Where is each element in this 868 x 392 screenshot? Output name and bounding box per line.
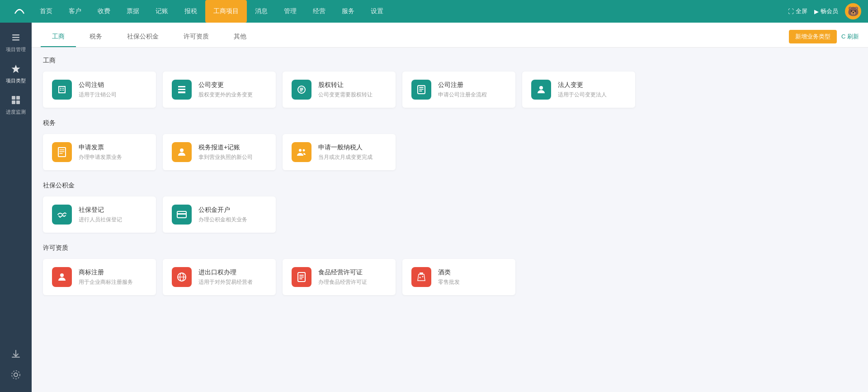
nav-item-首页[interactable]: 首页 (32, 0, 61, 23)
service-card-申请一般纳税人[interactable]: 申请一般纳税人当月或次月成变更完成 (283, 134, 396, 170)
card-info: 公司注销适用于注销公司 (79, 81, 117, 99)
sidebar-label-progress: 进度监测 (6, 109, 26, 115)
card-info: 申请发票办理申请发票业务 (79, 143, 122, 161)
card-info: 公司注册申请公司注册全流程 (438, 81, 487, 99)
sidebar-item-project-management[interactable]: 项目管理 (0, 27, 32, 58)
service-card-公司注销[interactable]: 公司注销适用于注销公司 (43, 72, 156, 108)
section-工商: 工商公司注销适用于注销公司公司变更股权变更外的业务变更股权转让公司变更需要股权转… (43, 57, 857, 108)
service-card-公司变更[interactable]: 公司变更股权变更外的业务变更 (163, 72, 276, 108)
service-card-酒类[interactable]: 酒类零售批发 (402, 259, 515, 295)
nav-item-票据[interactable]: 票据 (118, 0, 147, 23)
card-title: 公司注销 (79, 81, 117, 89)
svg-rect-7 (16, 100, 20, 104)
fullscreen-label: 全屏 (796, 7, 807, 15)
tab-税务[interactable]: 税务 (78, 27, 113, 47)
tab-其他[interactable]: 其他 (222, 27, 258, 47)
service-card-进出口权办理[interactable]: 进出口权办理适用于对外贸易经营者 (163, 259, 276, 295)
main-content[interactable]: 工商公司注销适用于注销公司公司变更股权变更外的业务变更股权转让公司变更需要股权转… (32, 48, 868, 392)
tab-许可资质[interactable]: 许可资质 (172, 27, 220, 47)
section-title: 工商 (43, 57, 857, 65)
card-desc: 拿到营业执照的新公司 (198, 153, 253, 161)
card-icon (411, 80, 431, 100)
service-card-商标注册[interactable]: 商标注册用于企业商标注册服务 (43, 259, 156, 295)
card-info: 公积金开户办理公积金相关业务 (198, 206, 247, 224)
section-title: 社保公积金 (43, 182, 857, 190)
section-许可资质: 许可资质商标注册用于企业商标注册服务进出口权办理适用于对外贸易经营者食品经营许可… (43, 244, 857, 295)
nav-item-管理[interactable]: 管理 (276, 0, 305, 23)
sidebar-item-project-type[interactable]: 项目类型 (0, 58, 32, 90)
card-info: 社保登记进行人员社保登记 (79, 206, 122, 224)
card-icon (172, 205, 192, 225)
download-icon-button[interactable] (0, 344, 32, 364)
sidebar-label-project-management: 项目管理 (6, 46, 26, 53)
sidebar-item-progress[interactable]: 进度监测 (0, 90, 32, 121)
top-navigation: 首页客户收费票据记账报税工商项目消息管理经营服务设置 ⛶ 全屏 ▶ 畅会员 🐻 (0, 0, 868, 23)
svg-point-8 (14, 373, 18, 377)
refresh-button[interactable]: C 刷新 (841, 33, 859, 41)
card-title: 公司变更 (198, 81, 253, 89)
service-card-食品经营许可证[interactable]: 食品经营许可证办理食品经营许可证 (283, 259, 396, 295)
cards-grid: 社保登记进行人员社保登记公积金开户办理公积金相关业务 (43, 196, 857, 233)
service-card-申请发票[interactable]: 申请发票办理申请发票业务 (43, 134, 156, 170)
service-card-公积金开户[interactable]: 公积金开户办理公积金相关业务 (163, 196, 276, 233)
card-info: 商标注册用于企业商标注册服务 (79, 268, 133, 286)
sidebar: 项目管理 项目类型 进度监测 (0, 23, 32, 392)
nav-item-工商项目[interactable]: 工商项目 (205, 0, 247, 23)
card-desc: 办理申请发票业务 (79, 153, 122, 161)
svg-point-24 (420, 277, 421, 278)
list-icon (11, 33, 21, 44)
avatar[interactable]: 🐻 (845, 3, 861, 19)
nav-item-记账[interactable]: 记账 (147, 0, 176, 23)
tab-工商[interactable]: 工商 (41, 27, 76, 47)
nav-item-报税[interactable]: 报税 (176, 0, 205, 23)
card-desc: 进行人员社保登记 (79, 216, 122, 224)
svg-point-14 (180, 148, 184, 152)
nav-item-收费[interactable]: 收费 (90, 0, 118, 23)
nav-item-客户[interactable]: 客户 (61, 0, 90, 23)
logo (7, 0, 32, 23)
settings-icon-button[interactable] (0, 364, 32, 385)
card-title: 食品经营许可证 (318, 268, 367, 277)
card-title: 股权转让 (318, 81, 373, 89)
section-title: 许可资质 (43, 244, 857, 252)
svg-rect-1 (12, 37, 19, 38)
service-card-社保登记[interactable]: 社保登记进行人员社保登记 (43, 196, 156, 233)
nav-items: 首页客户收费票据记账报税工商项目消息管理经营服务设置 (32, 0, 788, 23)
nav-item-经营[interactable]: 经营 (305, 0, 334, 23)
card-icon (172, 142, 192, 162)
new-type-button[interactable]: 新增业务类型 (789, 30, 837, 43)
card-title: 法人变更 (558, 81, 607, 89)
nav-item-服务[interactable]: 服务 (334, 0, 363, 23)
fullscreen-button[interactable]: ⛶ 全屏 (788, 7, 807, 15)
card-desc: 当月或次月成变更完成 (318, 153, 373, 161)
card-info: 进出口权办理适用于对外贸易经营者 (198, 268, 253, 286)
service-card-法人变更[interactable]: 法人变更适用于公司变更法人 (522, 72, 635, 108)
card-title: 商标注册 (79, 268, 133, 277)
nav-item-消息[interactable]: 消息 (247, 0, 276, 23)
service-card-公司注册[interactable]: 公司注册申请公司注册全流程 (402, 72, 515, 108)
svg-point-25 (422, 276, 424, 277)
card-desc: 股权变更外的业务变更 (198, 91, 253, 99)
cards-grid: 申请发票办理申请发票业务税务报道+记账拿到营业执照的新公司申请一般纳税人当月或次… (43, 134, 857, 170)
vip-button[interactable]: ▶ 畅会员 (814, 7, 838, 15)
tab-社保公积金[interactable]: 社保公积金 (116, 27, 170, 47)
service-card-股权转让[interactable]: 股权转让公司变更需要股权转让 (283, 72, 396, 108)
nav-item-设置[interactable]: 设置 (363, 0, 392, 23)
section-税务: 税务申请发票办理申请发票业务税务报道+记账拿到营业执照的新公司申请一般纳税人当月… (43, 119, 857, 170)
card-title: 公司注册 (438, 81, 487, 89)
star-icon (11, 64, 21, 75)
card-desc: 用于企业商标注册服务 (79, 278, 133, 286)
card-info: 公司变更股权变更外的业务变更 (198, 81, 253, 99)
card-info: 酒类零售批发 (438, 268, 460, 286)
card-desc: 公司变更需要股权转让 (318, 91, 373, 99)
svg-rect-6 (12, 100, 15, 104)
card-title: 酒类 (438, 268, 460, 277)
cards-grid: 公司注销适用于注销公司公司变更股权变更外的业务变更股权转让公司变更需要股权转让公… (43, 72, 857, 108)
card-title: 申请一般纳税人 (318, 143, 373, 152)
nav-right: ⛶ 全屏 ▶ 畅会员 🐻 (788, 3, 868, 19)
card-icon (411, 267, 431, 287)
card-info: 股权转让公司变更需要股权转让 (318, 81, 373, 99)
play-icon: ▶ (814, 8, 819, 15)
svg-rect-2 (12, 39, 19, 41)
service-card-税务报道+记账[interactable]: 税务报道+记账拿到营业执照的新公司 (163, 134, 276, 170)
